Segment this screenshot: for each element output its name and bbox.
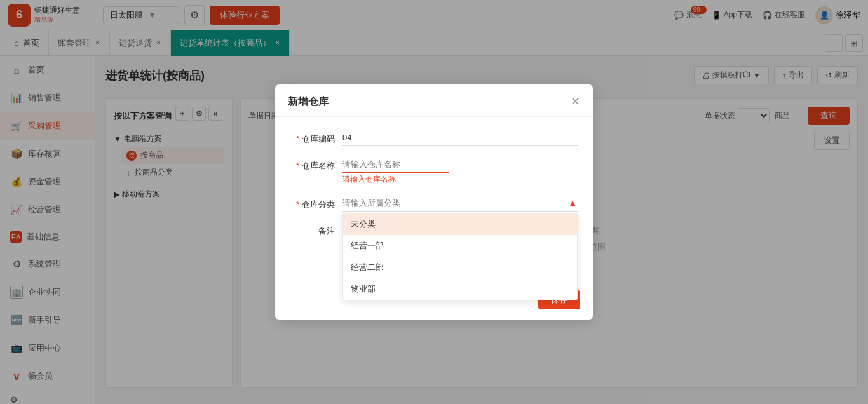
code-input[interactable] (342, 130, 578, 146)
dialog-body: 仓库编码 仓库名称 请输入仓库名称 仓库分类 ▲ (275, 117, 593, 283)
category-dropdown-wrap: ▲ 未分类 经营一部 经营二部 物业部 (342, 195, 578, 212)
form-row-name: 仓库名称 请输入仓库名称 (290, 156, 578, 185)
name-field-wrap: 请输入仓库名称 (342, 156, 449, 185)
dialog-title: 新增仓库 (288, 95, 329, 109)
dialog-overlay[interactable]: 新增仓库 ✕ 仓库编码 仓库名称 请输入仓库名称 仓库分 (0, 0, 868, 404)
category-field-label: 仓库分类 (290, 195, 335, 210)
new-warehouse-dialog: 新增仓库 ✕ 仓库编码 仓库名称 请输入仓库名称 仓库分 (275, 84, 593, 320)
option-dept1[interactable]: 经营一部 (343, 235, 577, 257)
dialog-header: 新增仓库 ✕ (275, 84, 593, 117)
form-row-category: 仓库分类 ▲ 未分类 经营一部 经营二部 物业部 (290, 195, 578, 212)
dialog-close-button[interactable]: ✕ (571, 95, 580, 109)
category-dropdown-arrow-icon[interactable]: ▲ (567, 198, 578, 209)
name-field-label: 仓库名称 (290, 156, 335, 172)
code-field-label: 仓库编码 (290, 130, 335, 145)
option-unclassified[interactable]: 未分类 (343, 213, 577, 235)
note-field-label: 备注 (290, 222, 335, 237)
name-error-msg: 请输入仓库名称 (342, 174, 449, 185)
form-row-code: 仓库编码 (290, 130, 578, 146)
category-input[interactable] (342, 195, 578, 212)
option-dept2[interactable]: 经营二部 (343, 257, 577, 278)
category-dropdown-menu: 未分类 经营一部 经营二部 物业部 (342, 213, 578, 300)
option-property[interactable]: 物业部 (343, 278, 577, 300)
name-input[interactable] (342, 156, 449, 173)
